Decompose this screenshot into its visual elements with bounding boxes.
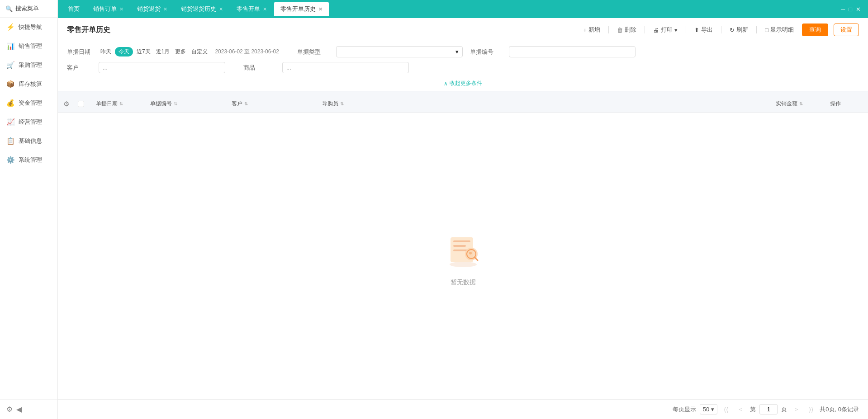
filter-collapse-btn[interactable]: ∧ 收起更多条件 <box>67 78 859 91</box>
date-filter-label: 单据日期 <box>67 48 99 56</box>
customer-filter-select[interactable]: ... <box>99 62 225 73</box>
maximize-btn[interactable]: □ <box>849 6 852 13</box>
tab-sales-return[interactable]: 销货退货 ✕ <box>131 2 174 16</box>
th-num-label: 单据编号 <box>150 100 172 108</box>
tab-sales-order-close[interactable]: ✕ <box>119 6 123 12</box>
settings-button[interactable]: 设置 <box>834 24 859 36</box>
sidebar-item-quick-nav[interactable]: ⚡ 快捷导航 <box>0 18 57 37</box>
tab-home[interactable]: 首页 <box>62 2 86 16</box>
sidebar-item-finance[interactable]: 💰 资金管理 <box>0 94 57 113</box>
divider-5 <box>756 26 757 33</box>
close-btn[interactable]: ✕ <box>856 6 861 13</box>
date-shortcuts: 昨天 今天 近7天 近1月 更多 自定义 <box>99 47 209 56</box>
collapse-arrow: ∧ <box>444 80 448 87</box>
delete-button[interactable]: 🗑 删除 <box>614 24 639 36</box>
num-filter-input[interactable] <box>509 46 636 57</box>
date-range-text: 2023-06-02 至 2023-06-02 <box>215 48 279 56</box>
page-size-select[interactable]: 50 ▾ <box>700 404 717 414</box>
table-checkbox-all[interactable] <box>78 101 92 107</box>
page-last-btn[interactable]: ⟩⟩ <box>806 405 816 414</box>
date-shortcut-custom[interactable]: 自定义 <box>190 47 209 56</box>
checkbox-icon: □ <box>765 27 768 33</box>
inventory-icon: 📦 <box>6 80 15 88</box>
th-amount[interactable]: 实销金额 ⇅ <box>772 100 826 108</box>
basic-info-icon: 📋 <box>6 137 15 145</box>
goods-filter-label: 商品 <box>243 64 275 72</box>
sidebar: 🔍 搜索菜单 ⚡ 快捷导航 📊 销售管理 🛒 采购管理 📦 库存核算 💰 资金管… <box>0 0 58 419</box>
refresh-button[interactable]: ↻ 刷新 <box>727 24 751 36</box>
type-filter-label: 单据类型 <box>297 48 329 56</box>
type-filter-select[interactable]: ▾ <box>336 46 463 57</box>
sidebar-item-operation[interactable]: 📈 经营管理 <box>0 113 57 132</box>
minimize-btn[interactable]: ─ <box>841 6 845 13</box>
date-shortcut-more[interactable]: 更多 <box>173 47 188 56</box>
sidebar-item-basic-info[interactable]: 📋 基础信息 <box>0 132 57 151</box>
divider-1 <box>608 26 609 33</box>
sidebar-item-purchase-mgmt[interactable]: 🛒 采购管理 <box>0 56 57 75</box>
sidebar-item-inventory[interactable]: 📦 库存核算 <box>0 75 57 94</box>
sidebar-bottom: ⚙ ◀ <box>0 399 57 419</box>
tab-retail-history-close[interactable]: ✕ <box>318 6 323 12</box>
tab-retail-history-label: 零售开单历史 <box>280 5 316 13</box>
tab-sales-order[interactable]: 销售订单 ✕ <box>87 2 130 16</box>
empty-state: 暂无数据 <box>58 113 868 399</box>
page-next-btn[interactable]: ＞ <box>791 405 802 414</box>
page-title-row: 零售开单历史 + 新增 🗑 删除 🖨 打印 ▾ <box>67 24 859 36</box>
add-icon: + <box>583 27 587 33</box>
date-shortcut-1month[interactable]: 近1月 <box>154 47 172 56</box>
num-filter-label: 单据编号 <box>470 48 502 56</box>
tab-sales-order-label: 销售订单 <box>93 5 117 13</box>
table-header: ⚙ 单据日期 ⇅ 单据编号 ⇅ 客户 ⇅ 导购员 ⇅ <box>58 95 868 113</box>
select-all-checkbox[interactable] <box>78 101 84 107</box>
th-customer[interactable]: 客户 ⇅ <box>228 100 318 108</box>
display-cols-button[interactable]: □ 显示明细 <box>762 24 797 36</box>
export-button[interactable]: ⬆ 导出 <box>692 24 716 36</box>
divider-4 <box>721 26 721 33</box>
divider-3 <box>686 26 686 33</box>
settings-footer-btn[interactable]: ⚙ <box>6 405 13 414</box>
query-label: 查询 <box>809 26 821 34</box>
sidebar-item-label: 基础信息 <box>19 137 42 145</box>
date-shortcut-7days[interactable]: 近7天 <box>135 47 152 56</box>
tab-sales-return-label: 销货退货 <box>137 5 161 13</box>
tab-retail-open-close[interactable]: ✕ <box>263 6 267 12</box>
query-button[interactable]: 查询 <box>802 24 828 36</box>
print-button[interactable]: 🖨 打印 ▾ <box>650 24 680 36</box>
tab-retail-history[interactable]: 零售开单历史 ✕ <box>274 2 329 16</box>
th-guide[interactable]: 导购员 ⇅ <box>318 100 373 108</box>
sidebar-item-system-mgmt[interactable]: ⚙️ 系统管理 <box>0 151 57 169</box>
page-header: 零售开单历史 + 新增 🗑 删除 🖨 打印 ▾ <box>58 18 868 91</box>
tab-sales-return-history-label: 销货退货历史 <box>181 5 216 13</box>
page-number-input[interactable] <box>759 404 778 414</box>
goods-filter-select[interactable]: ... <box>282 62 409 73</box>
tab-retail-open[interactable]: 零售开单 ✕ <box>230 2 273 16</box>
th-date-label: 单据日期 <box>96 100 118 108</box>
sidebar-item-label: 库存核算 <box>19 80 42 88</box>
system-icon: ⚙️ <box>6 156 15 164</box>
add-button[interactable]: + 新增 <box>581 24 603 36</box>
page-prev-btn[interactable]: ＜ <box>735 405 746 414</box>
page-size-label: 每页显示 <box>673 405 696 414</box>
sidebar-search[interactable]: 🔍 搜索菜单 <box>0 0 57 18</box>
th-date[interactable]: 单据日期 ⇅ <box>92 100 147 108</box>
tabbar: 首页 销售订单 ✕ 销货退货 ✕ 销货退货历史 ✕ 零售开单 ✕ 零售开单历史 … <box>58 0 868 18</box>
page-first-btn[interactable]: ⟨⟨ <box>721 405 731 414</box>
sort-num-icon: ⇅ <box>174 101 177 106</box>
search-icon: 🔍 <box>5 5 13 12</box>
th-num[interactable]: 单据编号 ⇅ <box>147 100 228 108</box>
table-area: ⚙ 单据日期 ⇅ 单据编号 ⇅ 客户 ⇅ 导购员 ⇅ <box>58 95 868 399</box>
tab-sales-return-history-close[interactable]: ✕ <box>219 6 223 12</box>
add-label: 新增 <box>588 26 600 34</box>
tab-sales-return-close[interactable]: ✕ <box>163 6 167 12</box>
th-customer-label: 客户 <box>232 100 242 108</box>
toolbar: + 新增 🗑 删除 🖨 打印 ▾ <box>581 24 859 36</box>
tab-sales-return-history[interactable]: 销货退货历史 ✕ <box>175 2 229 16</box>
date-shortcut-today[interactable]: 今天 <box>115 47 133 56</box>
delete-icon: 🗑 <box>617 27 623 33</box>
sidebar-item-sales-mgmt[interactable]: 📊 销售管理 <box>0 37 57 56</box>
type-select-arrow: ▾ <box>455 48 459 55</box>
sort-customer-icon: ⇅ <box>244 101 248 106</box>
collapse-sidebar-btn[interactable]: ◀ <box>16 405 22 414</box>
date-shortcut-yesterday[interactable]: 昨天 <box>99 47 113 56</box>
table-settings-icon[interactable]: ⚙ <box>63 100 78 108</box>
